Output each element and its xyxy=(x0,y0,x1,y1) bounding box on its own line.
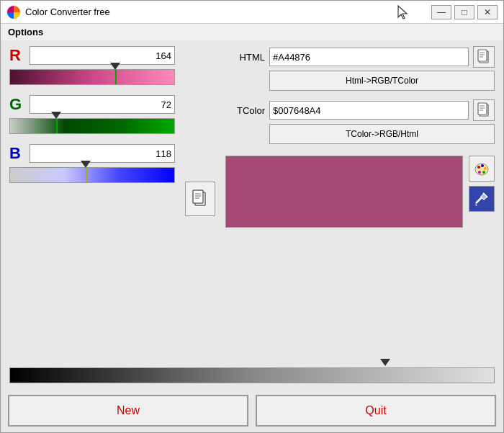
html-copy-button[interactable] xyxy=(473,46,495,68)
b-slider-thumb xyxy=(81,161,91,168)
svg-point-20 xyxy=(484,167,487,170)
g-channel-header: G xyxy=(9,95,175,114)
g-label: G xyxy=(9,97,25,112)
eyedropper-button[interactable] xyxy=(469,186,495,212)
options-bar: Options xyxy=(1,24,503,40)
html-copy-icon xyxy=(477,49,490,65)
r-slider-thumb xyxy=(110,63,120,70)
r-slider-line xyxy=(115,70,117,84)
middle-copy-area xyxy=(182,46,218,352)
svg-rect-13 xyxy=(478,103,487,115)
eyedropper-icon xyxy=(473,190,490,207)
tcolor-section: TColor TColor->RGB/Html xyxy=(225,99,495,144)
html-row: HTML xyxy=(225,46,495,68)
options-label: Options xyxy=(8,27,43,37)
b-gradient xyxy=(10,168,174,182)
middle-copy-button[interactable] xyxy=(185,182,215,216)
b-slider-line xyxy=(86,168,87,182)
quit-button[interactable]: Quit xyxy=(256,395,496,427)
right-panel: HTML Html->RGB/TColor xyxy=(225,46,495,352)
g-channel-row: G xyxy=(9,95,175,134)
copy-icon-large xyxy=(192,189,208,208)
main-area: R G xyxy=(9,46,495,352)
bottom-bar: New Quit xyxy=(1,389,503,432)
html-to-rgb-button[interactable]: Html->RGB/TColor xyxy=(269,71,495,91)
brightness-thumb xyxy=(380,359,390,366)
color-preview-section xyxy=(225,156,495,228)
tcolor-label: TColor xyxy=(225,105,265,116)
color-preview xyxy=(225,156,463,228)
palette-icon xyxy=(473,160,490,177)
app-window: Color Converter free — □ ✕ Options R xyxy=(0,0,504,433)
maximize-button[interactable]: □ xyxy=(454,5,474,19)
window-controls: — □ ✕ xyxy=(431,5,498,19)
b-channel-row: B xyxy=(9,144,175,183)
tcolor-row: TColor xyxy=(225,99,495,121)
window-title: Color Converter free xyxy=(25,6,397,17)
html-section: HTML Html->RGB/TColor xyxy=(225,46,495,91)
content-area: R G xyxy=(1,40,503,389)
close-button[interactable]: ✕ xyxy=(477,5,498,19)
g-slider-line xyxy=(56,119,58,133)
app-icon xyxy=(6,5,21,19)
g-slider[interactable] xyxy=(9,118,175,134)
b-channel-header: B xyxy=(9,144,175,163)
r-channel-row: R xyxy=(9,46,175,85)
svg-point-18 xyxy=(477,166,480,169)
g-gradient xyxy=(10,119,174,133)
minimize-button[interactable]: — xyxy=(431,5,451,19)
r-channel-header: R xyxy=(9,46,175,65)
svg-rect-8 xyxy=(478,50,487,61)
r-label: R xyxy=(9,48,25,63)
brightness-slider[interactable] xyxy=(9,367,495,383)
tcolor-copy-button[interactable] xyxy=(473,99,495,121)
title-bar: Color Converter free — □ ✕ xyxy=(1,1,503,24)
brightness-section xyxy=(9,359,495,383)
tcolor-to-rgb-button[interactable]: TColor->RGB/Html xyxy=(269,124,495,144)
palette-button[interactable] xyxy=(469,156,495,182)
svg-marker-1 xyxy=(398,6,407,19)
r-slider[interactable] xyxy=(9,69,175,85)
rgb-panel: R G xyxy=(9,46,175,352)
html-input[interactable] xyxy=(269,48,469,66)
html-label: HTML xyxy=(225,52,265,63)
g-slider-thumb xyxy=(51,112,61,119)
new-button[interactable]: New xyxy=(8,395,248,427)
cursor-icon xyxy=(397,4,410,20)
svg-line-25 xyxy=(476,197,482,203)
tcolor-copy-icon xyxy=(477,102,490,118)
r-gradient xyxy=(10,70,174,84)
b-label: B xyxy=(9,146,25,161)
svg-marker-26 xyxy=(475,203,477,206)
b-input[interactable] xyxy=(30,144,175,163)
r-input[interactable] xyxy=(30,46,175,65)
b-slider[interactable] xyxy=(9,167,175,183)
svg-point-22 xyxy=(478,171,481,174)
tcolor-input[interactable] xyxy=(269,101,469,120)
svg-rect-3 xyxy=(193,190,203,203)
svg-point-21 xyxy=(482,171,485,174)
svg-rect-24 xyxy=(481,194,487,200)
icon-buttons-panel xyxy=(469,156,495,228)
svg-point-19 xyxy=(481,164,484,167)
